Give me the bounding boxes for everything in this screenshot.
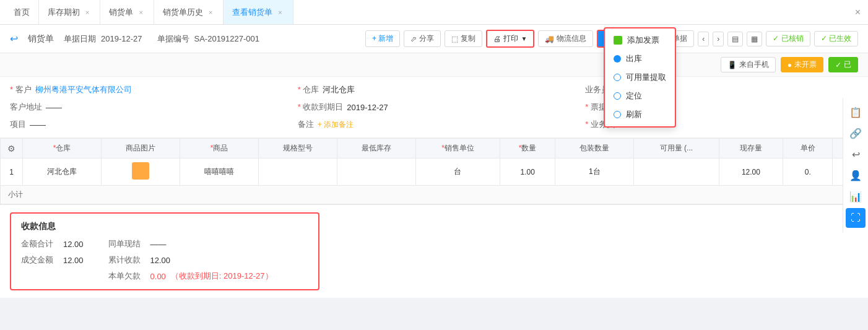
form-meta: 单据日期 2019-12-27 单据编号 SA-20191227-001 bbox=[64, 33, 259, 45]
row-price: 0. bbox=[783, 158, 833, 186]
outbound-icon bbox=[614, 55, 621, 63]
row-index: 1 bbox=[1, 158, 23, 186]
tab-inventory-init[interactable]: 库存期初 × bbox=[39, 0, 100, 24]
amount-value: 12.00 bbox=[63, 240, 84, 249]
form-number: 单据编号 SA-20191227-001 bbox=[157, 33, 260, 45]
amount-row: 金额合计 12.00 bbox=[21, 238, 84, 250]
cumulative-value: 12.00 bbox=[150, 256, 171, 265]
tab-view-label: 查看销货单 bbox=[232, 7, 272, 18]
layout1-button[interactable]: ▤ bbox=[727, 32, 743, 46]
right-sidebar: 📋 🔗 ↩ 👤 📊 ⛶ bbox=[843, 98, 868, 233]
deal-amount-row: 成交金额 12.00 bbox=[21, 254, 84, 266]
logistics-button[interactable]: 🚚 物流信息 bbox=[538, 30, 593, 47]
layout2-button[interactable]: ▦ bbox=[747, 32, 762, 46]
th-settings[interactable]: ⚙ bbox=[1, 139, 23, 158]
nav-prev-button[interactable]: ‹ bbox=[698, 32, 709, 46]
print-button[interactable]: 🖨 打印 ▼ bbox=[486, 30, 534, 48]
row-qty: 1.00 bbox=[500, 158, 555, 186]
tab-home[interactable]: 首页 bbox=[5, 0, 39, 24]
deal-value: 12.00 bbox=[63, 256, 84, 265]
tab-sales-close[interactable]: × bbox=[137, 8, 144, 17]
sidebar-icon-3[interactable]: 👤 bbox=[846, 166, 866, 186]
tab-inventory-close[interactable]: × bbox=[84, 8, 91, 17]
subtotal-row: 小计 bbox=[1, 186, 868, 204]
refresh-item[interactable]: 刷新 bbox=[605, 105, 675, 124]
share-button[interactable]: ⬀ 分享 bbox=[404, 30, 441, 47]
phone-button[interactable]: 📱 来自手机 bbox=[721, 57, 776, 72]
row-product-img bbox=[101, 158, 180, 186]
open-status-button[interactable]: ● 未开票 bbox=[781, 57, 823, 72]
row-spec bbox=[258, 158, 337, 186]
receipt-col-right: 同单现结 —— 累计收款 12.00 本单欠款 0.00 （收款到期日: 201… bbox=[108, 238, 273, 282]
subtotal-label: 小计 bbox=[1, 186, 868, 204]
th-product-img: 商品图片 bbox=[101, 139, 180, 158]
tab-sales-order[interactable]: 销货单 × bbox=[100, 0, 154, 24]
warehouse-value: 河北仓库 bbox=[323, 84, 355, 95]
available-qty-icon bbox=[614, 74, 621, 81]
th-min-stock: 最低库存 bbox=[337, 139, 415, 158]
address-label: 客户地址 bbox=[10, 102, 42, 113]
th-qty: *数量 bbox=[500, 139, 555, 158]
sub-toolbar: 📱 来自手机 ● 未开票 ✓ 已 bbox=[0, 53, 868, 77]
receipt-title: 收款信息 bbox=[21, 221, 308, 232]
product-image bbox=[132, 162, 149, 180]
operate-dropdown: 添加发票 出库 可用量提取 定位 刷新 bbox=[604, 27, 676, 128]
receipt-rows: 金额合计 12.00 成交金额 12.00 同单现结 —— 累计收款 bbox=[21, 238, 308, 282]
tab-view-close[interactable]: × bbox=[276, 8, 284, 17]
copy-icon: ⬚ bbox=[451, 35, 458, 43]
customer-value[interactable]: 柳州粤港平安气体有限公司 bbox=[35, 84, 132, 95]
add-note-button[interactable]: + 添加备注 bbox=[318, 119, 354, 130]
copy-button[interactable]: ⬚ 复制 bbox=[445, 30, 482, 47]
customer-label: 客户 bbox=[10, 84, 32, 95]
same-order-row: 同单现结 —— bbox=[108, 238, 273, 250]
sidebar-icon-5[interactable]: ⛶ bbox=[846, 208, 866, 228]
due-date-label: 收款到期日 bbox=[298, 102, 344, 113]
tab-bar: 首页 库存期初 × 销货单 × 销货单历史 × 查看销货单 × × bbox=[0, 0, 868, 25]
sidebar-icon-0[interactable]: 📋 bbox=[846, 103, 866, 123]
th-stock: 现存量 bbox=[719, 139, 783, 158]
row-stock: 12.00 bbox=[719, 158, 783, 186]
add-invoice-label: 添加发票 bbox=[627, 35, 659, 46]
available-qty-item[interactable]: 可用量提取 bbox=[605, 68, 675, 87]
location-item[interactable]: 定位 bbox=[605, 87, 675, 105]
close-all-button[interactable]: × bbox=[855, 7, 861, 18]
nav-next-button[interactable]: › bbox=[713, 32, 724, 46]
sidebar-icon-2[interactable]: ↩ bbox=[846, 145, 866, 165]
same-order-label: 同单现结 bbox=[108, 238, 145, 250]
cancel-badge: ✓ 已核销 bbox=[766, 31, 810, 46]
form-fields: 客户 柳州粤港平安气体有限公司 仓库 河北仓库 业务员 演示账号 客户地址 ——… bbox=[0, 77, 868, 138]
project-value: —— bbox=[30, 120, 46, 129]
settings-icon[interactable]: ⚙ bbox=[7, 144, 15, 154]
table-row: 1 河北仓库 嘻嘻嘻嘻 台 1.00 1台 12.00 0. bbox=[1, 158, 868, 186]
tab-history-label: 销货单历史 bbox=[163, 7, 203, 18]
form-type-label: 销货单 bbox=[28, 33, 54, 45]
tab-history-close[interactable]: × bbox=[207, 8, 214, 17]
new-button[interactable]: + 新增 bbox=[365, 30, 400, 47]
note-field: 备注 + 添加备注 bbox=[298, 119, 571, 130]
sidebar-icon-4[interactable]: 📊 bbox=[846, 187, 866, 207]
logistics-icon: 🚚 bbox=[545, 35, 554, 43]
phone-icon: 📱 bbox=[727, 61, 737, 69]
outbound-item[interactable]: 出库 bbox=[605, 50, 675, 68]
address-value: —— bbox=[46, 103, 62, 112]
address-field: 客户地址 —— bbox=[10, 102, 283, 113]
note-label: 备注 bbox=[298, 119, 314, 130]
add-invoice-item[interactable]: 添加发票 bbox=[605, 31, 675, 50]
check-icon: ✓ bbox=[835, 61, 841, 69]
outbound-label: 出库 bbox=[626, 53, 642, 64]
confirm-button[interactable]: ✓ 已 bbox=[828, 57, 858, 72]
tab-history[interactable]: 销货单历史 × bbox=[154, 0, 224, 24]
project-field: 项目 —— bbox=[10, 119, 283, 130]
customer-field: 客户 柳州粤港平安气体有限公司 bbox=[10, 84, 283, 95]
row-warehouse: 河北仓库 bbox=[23, 158, 102, 186]
same-order-value: —— bbox=[150, 240, 167, 249]
this-order-row: 本单欠款 0.00 （收款到期日: 2019-12-27） bbox=[108, 271, 273, 282]
due-date-field: 收款到期日 2019-12-27 bbox=[298, 102, 571, 113]
tab-view-sales[interactable]: 查看销货单 × bbox=[224, 0, 293, 24]
project-label: 项目 bbox=[10, 119, 26, 130]
due-date-note: （收款到期日: 2019-12-27） bbox=[171, 271, 273, 282]
sidebar-icon-1[interactable]: 🔗 bbox=[846, 124, 866, 144]
th-unit: *销售单位 bbox=[415, 139, 500, 158]
bottom-info: 收款信息 金额合计 12.00 成交金额 12.00 同单现结 —— bbox=[0, 205, 868, 298]
available-qty-label: 可用量提取 bbox=[626, 72, 666, 83]
